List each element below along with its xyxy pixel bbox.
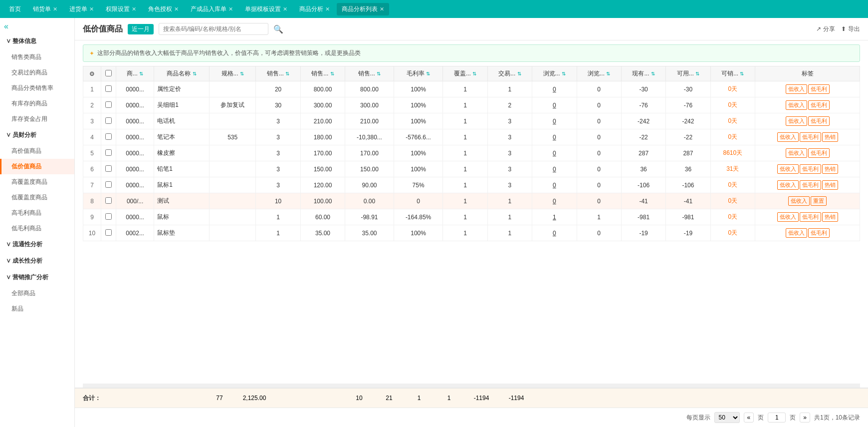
nav-sales[interactable]: 销货单 ✕ [28,3,62,15]
row-views1[interactable]: 0 [532,97,577,113]
col-code[interactable]: 商... ⇅ [116,66,154,81]
search-icon[interactable]: 🔍 [273,24,283,34]
row-sales-amount: 100.00 [300,193,345,209]
row-gross-margin: 100% [394,225,443,241]
nav-roles-close[interactable]: ✕ [174,6,179,12]
row-checkbox-cell[interactable] [101,209,116,225]
row-checkbox-cell[interactable] [101,113,116,129]
nav-purchase[interactable]: 进货单 ✕ [64,3,99,15]
row-checkbox-cell[interactable] [101,161,116,177]
row-views1[interactable]: 0 [532,177,577,193]
nav-templates-close[interactable]: ✕ [283,6,287,12]
col-current-stock[interactable]: 现有... ⇅ [621,66,665,81]
search-input[interactable] [159,23,268,35]
row-checkbox[interactable] [105,149,112,156]
sidebar-item-low-profit[interactable]: 低毛利商品 [0,221,74,236]
row-checkbox-cell[interactable] [101,193,116,209]
row-checkbox-cell[interactable] [101,225,116,241]
col-sales-amount[interactable]: 销售... ⇅ [300,66,345,81]
sidebar-group-growth[interactable]: ∨ 成长性分析 [0,253,74,269]
col-name[interactable]: 商品名称 ⇅ [154,66,210,81]
sidebar-group-overall[interactable]: ∨ 整体信息 [0,33,74,49]
row-checkbox[interactable] [105,197,112,204]
prev-page-btn[interactable]: « [744,413,754,423]
nav-products-in-close[interactable]: ✕ [228,6,233,12]
row-checkbox-cell[interactable] [101,97,116,113]
sidebar-item-low-coverage[interactable]: 低覆盖度商品 [0,190,74,205]
nav-analysis-list[interactable]: 商品分析列表 ✕ [337,3,389,15]
col-transactions[interactable]: 交易... ⇅ [487,66,532,81]
col-gross-margin[interactable]: 毛利率 ⇅ [394,66,443,81]
row-sales-amount: 180.00 [300,129,345,145]
row-views1[interactable]: 0 [532,113,577,129]
nav-permissions-close[interactable]: ✕ [132,6,136,12]
nav-permissions[interactable]: 权限设置 ✕ [101,3,141,15]
col-saleable[interactable]: 可销... ⇅ [710,66,755,81]
sidebar-group-employee[interactable]: ∨ 员财分析 [0,127,74,143]
col-available[interactable]: 可用... ⇅ [666,66,710,81]
per-page-select[interactable]: 50 100 [714,412,740,423]
export-button[interactable]: ⬆ 导出 [841,25,860,33]
sidebar-group-marketing[interactable]: ∨ 营销推广分析 [0,269,74,286]
row-transactions: 3 [487,177,532,193]
row-checkbox[interactable] [105,133,112,140]
nav-templates[interactable]: 单据模板设置 ✕ [240,3,292,15]
row-checkbox[interactable] [105,213,112,220]
col-spec[interactable]: 规格... ⇅ [209,66,255,81]
nav-analysis-close[interactable]: ✕ [325,6,330,12]
horizontal-scrollbar[interactable] [83,384,860,388]
row-checkbox-cell[interactable] [101,177,116,193]
nav-home[interactable]: 首页 [4,3,26,15]
row-checkbox[interactable] [105,165,112,172]
col-sales-count[interactable]: 销售... ⇅ [256,66,300,81]
nav-roles[interactable]: 角色授权 ✕ [143,3,184,15]
col-settings[interactable]: ⚙ [83,66,101,81]
sidebar-item-all-goods[interactable]: 全部商品 [0,286,74,301]
row-views1[interactable]: 0 [532,145,577,161]
row-views1[interactable]: 0 [532,129,577,145]
row-views1[interactable]: 0 [532,161,577,177]
nav-sales-close[interactable]: ✕ [53,6,57,12]
sidebar-item-traded-goods[interactable]: 交易过的商品 [0,65,74,80]
sidebar-item-high-profit[interactable]: 高毛利商品 [0,205,74,221]
sidebar-item-stock-capital[interactable]: 库存资金占用 [0,111,74,127]
row-transactions: 3 [487,161,532,177]
page-input[interactable] [768,413,786,423]
row-checkbox[interactable] [105,117,112,124]
next-page-btn[interactable]: » [800,413,810,423]
sidebar-item-sales-goods[interactable]: 销售类商品 [0,49,74,65]
time-filter-badge[interactable]: 近一月 [128,24,154,34]
row-checkbox[interactable] [105,101,112,108]
nav-products-in[interactable]: 产成品入库单 ✕ [186,3,238,15]
sidebar-group-circulation[interactable]: ∨ 流通性分析 [0,236,74,253]
nav-analysis[interactable]: 商品分析 ✕ [294,3,335,15]
sidebar-item-stock-goods[interactable]: 有库存的商品 [0,96,74,111]
sidebar-item-high-coverage[interactable]: 高覆盖度商品 [0,174,74,190]
row-checkbox-cell[interactable] [101,129,116,145]
row-checkbox[interactable] [105,85,112,92]
select-all-checkbox[interactable] [105,70,112,76]
row-checkbox[interactable] [105,181,112,188]
row-views1[interactable]: 0 [532,225,577,241]
footer-transactions: 21 [374,395,404,402]
sidebar-item-high-value[interactable]: 高价值商品 [0,143,74,159]
sidebar-item-new-goods[interactable]: 新品 [0,301,74,317]
nav-analysis-list-close[interactable]: ✕ [380,6,384,12]
row-checkbox-cell[interactable] [101,81,116,97]
nav-purchase-close[interactable]: ✕ [89,6,94,12]
row-checkbox-cell[interactable] [101,145,116,161]
col-coverage[interactable]: 覆盖... ⇅ [443,66,487,81]
sidebar-collapse-btn[interactable]: « [4,22,8,31]
share-button[interactable]: ↗ 分享 [816,25,835,33]
col-checkbox[interactable] [101,66,116,81]
row-checkbox[interactable] [105,229,112,236]
sidebar-item-low-value[interactable]: 低价值商品 [0,159,74,174]
sidebar-item-category-sales[interactable]: 商品分类销售率 [0,80,74,96]
col-sales-profit[interactable]: 销售... ⇅ [345,66,394,81]
col-views2[interactable]: 浏览... ⇅ [577,66,621,81]
row-current-stock: -981 [621,209,665,225]
col-views1[interactable]: 浏览... ⇅ [532,66,577,81]
row-views1[interactable]: 1 [532,209,577,225]
row-views1[interactable]: 0 [532,193,577,209]
row-views1[interactable]: 0 [532,81,577,97]
